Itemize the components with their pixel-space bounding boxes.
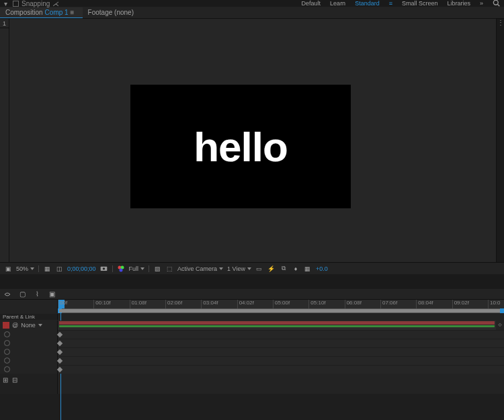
stopwatch-icon[interactable]: [4, 331, 10, 337]
channel-icon[interactable]: [117, 265, 125, 273]
composition-canvas[interactable]: hello: [130, 85, 351, 208]
exposure-value[interactable]: +0.0: [316, 265, 328, 272]
composition-viewer[interactable]: hello: [9, 19, 496, 262]
layer-color-chip[interactable]: [3, 322, 9, 329]
toggle-modes-icon[interactable]: ⊟: [12, 376, 17, 391]
prop-track-5[interactable]: [58, 365, 504, 374]
pickwhip-icon[interactable]: @: [12, 322, 18, 329]
ruler-tick: 01:08f: [130, 300, 146, 308]
ruler-tick: 05:10f: [308, 300, 325, 308]
zoom-value: 50%: [16, 265, 28, 272]
keyframe-marker[interactable]: [57, 341, 62, 346]
tab-composition[interactable]: Composition Comp 1 ≡: [0, 7, 83, 18]
stopwatch-icon[interactable]: [4, 349, 10, 355]
tab-menu-icon[interactable]: ≡: [71, 9, 77, 16]
zoom-dropdown[interactable]: 50%: [16, 265, 34, 272]
svg-point-3: [103, 267, 105, 269]
views-value: 1 View: [227, 265, 245, 272]
layer-track[interactable]: [58, 321, 496, 330]
mask-path-icon[interactable]: ⬚: [165, 265, 173, 273]
flowchart-icon[interactable]: ♦: [292, 265, 300, 273]
snap-icon[interactable]: ⟐: [496, 321, 504, 330]
prop-row-3[interactable]: [0, 347, 58, 356]
pixel-aspect-icon[interactable]: ▭: [255, 265, 263, 273]
chevron-down-icon: [38, 324, 42, 327]
prop-track-4[interactable]: [58, 356, 504, 365]
panel-divider[interactable]: [0, 274, 504, 289]
app-menu-icon[interactable]: ▾: [4, 0, 7, 7]
ruler-tick: 00f: [58, 300, 67, 308]
chevron-down-icon: [247, 267, 251, 270]
workspace-standard[interactable]: Standard: [355, 0, 380, 7]
fast-preview-icon[interactable]: ⚡: [267, 265, 276, 273]
grid-icon[interactable]: ▦: [43, 265, 51, 273]
keyframe-marker[interactable]: [57, 358, 62, 364]
prop-track-1[interactable]: [58, 330, 504, 339]
workspace-learn[interactable]: Learn: [330, 0, 345, 7]
workspace-smallscreen[interactable]: Small Screen: [402, 0, 438, 7]
layer-cache-bar: [59, 325, 495, 327]
timeline-ruler[interactable]: 00f00:10f01:08f02:06f03:04f04:02f05:00f0…: [58, 300, 504, 308]
layer-duration-bar[interactable]: [59, 321, 495, 325]
shy-icon[interactable]: [3, 290, 12, 299]
viewer-controls-bar: ▣ 50% ▦ ◫ 0;00;00;00 Full ▨ ⬚ Active Cam…: [0, 262, 504, 274]
right-panel-gutter: ⋮: [496, 19, 504, 262]
layer-parent-cell[interactable]: @ None: [0, 321, 58, 330]
workarea-end-handle[interactable]: [500, 308, 504, 313]
ruler-tick: 05:00f: [273, 300, 290, 308]
checkbox-icon: [13, 1, 19, 7]
prop-track-3[interactable]: [58, 347, 504, 356]
workspace-default[interactable]: Default: [302, 0, 321, 7]
camera-value: Active Camera: [177, 265, 217, 272]
resolution-dropdown[interactable]: Full: [129, 265, 145, 272]
prop-row-1[interactable]: [0, 330, 58, 339]
snapping-label: Snapping: [22, 0, 50, 7]
label-icon[interactable]: ▢: [17, 290, 27, 299]
timeline-left-header: [0, 300, 58, 308]
snapping-toggle[interactable]: Snapping ⋌: [13, 0, 59, 7]
ruler-tick: 09:02f: [452, 300, 469, 308]
workspace-libraries[interactable]: Libraries: [447, 0, 470, 7]
ruler-row-1: 1: [0, 19, 9, 28]
ruler-tick: 03:04f: [201, 300, 218, 308]
keyframe-marker[interactable]: [57, 349, 62, 355]
workarea-bar[interactable]: [58, 308, 504, 313]
timeline-navigator[interactable]: [58, 374, 504, 394]
snapping-options-icon[interactable]: ⋌: [52, 0, 59, 7]
canvas-text-layer[interactable]: hello: [194, 123, 288, 171]
right-panel-collapse-icon[interactable]: ⋮: [497, 19, 504, 26]
prop-row-2[interactable]: [0, 339, 58, 347]
viewer-left-ruler: 1: [0, 19, 9, 262]
tab-comp-name: Comp 1: [45, 9, 69, 16]
snapshot-icon[interactable]: [100, 265, 108, 273]
parent-value[interactable]: None: [21, 322, 36, 329]
prop-row-5[interactable]: [0, 365, 58, 374]
stopwatch-icon[interactable]: [4, 358, 10, 364]
search-icon[interactable]: [493, 0, 500, 8]
keyframe-marker[interactable]: [57, 332, 62, 337]
current-time[interactable]: 0;00;00;00: [67, 265, 96, 272]
tab-footage[interactable]: Footage (none): [83, 7, 139, 17]
tab-composition-label: Composition: [5, 9, 43, 16]
chevron-down-icon: [219, 267, 223, 270]
stopwatch-icon[interactable]: [4, 366, 10, 372]
always-preview-icon[interactable]: ▣: [4, 265, 12, 273]
transparency-grid-icon[interactable]: ▨: [153, 265, 161, 273]
chevron-down-icon: [140, 267, 144, 270]
box-icon[interactable]: ▣: [47, 290, 56, 299]
guides-icon[interactable]: ◫: [55, 265, 63, 273]
link-icon[interactable]: ⌇: [32, 290, 42, 299]
prop-track-2[interactable]: [58, 339, 504, 347]
workspace-standard-menu-icon[interactable]: ≡: [389, 0, 392, 7]
render-icon[interactable]: ▦: [304, 265, 312, 273]
stopwatch-icon[interactable]: [4, 340, 10, 346]
workarea-range[interactable]: [59, 309, 503, 312]
tab-footage-label: Footage (none): [88, 9, 134, 16]
workspace-overflow-icon[interactable]: »: [480, 0, 483, 7]
keyframe-marker[interactable]: [57, 367, 62, 372]
camera-dropdown[interactable]: Active Camera: [177, 265, 223, 272]
toggle-switches-icon[interactable]: ⊞: [3, 376, 8, 391]
views-dropdown[interactable]: 1 View: [227, 265, 251, 272]
timeline-icon[interactable]: ⧉: [280, 265, 288, 273]
prop-row-4[interactable]: [0, 356, 58, 365]
